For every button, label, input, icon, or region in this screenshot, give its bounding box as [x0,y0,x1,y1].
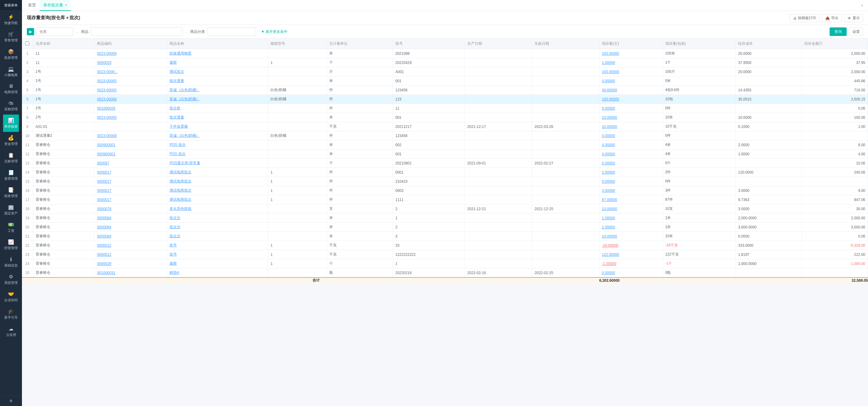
product-name-link[interactable]: POS 批次 [169,152,186,156]
product-name-link[interactable]: 批号 [169,243,177,247]
product-code-link[interactable]: 0000078 [97,207,111,211]
qty-main-link[interactable]: 87.00000 [602,198,617,202]
product-name-link[interactable]: 测试电商批次 [169,179,191,183]
qty-main-link[interactable]: 100.00000 [602,70,619,74]
sidebar-item-finance[interactable]: 💰资金管理 [3,132,19,149]
qty-main-link[interactable]: 10.00000 [602,234,617,238]
product-name-link[interactable]: 鲜肋A [169,270,179,275]
sidebar-item-quick-nav[interactable]: ⚡快捷导航 [3,11,19,28]
qty-main-link[interactable]: 49.60000 [602,88,617,92]
sidebar-item-basic-info[interactable]: ℹ基础信息 [3,253,19,271]
window-close-btn[interactable]: × [859,3,866,8]
qty-main-link[interactable]: 0.00000 [602,271,615,275]
product-code-link[interactable]: 0000012 [97,243,111,248]
product-name-link[interactable]: 批次次 [169,234,181,238]
qty-main-link[interactable]: 0.00000 [602,106,615,110]
display-btn[interactable]: 👁显示 [844,14,863,22]
product-name-link[interactable]: 测试电商批次 [169,188,191,193]
product-code-link[interactable]: 000097 [97,161,109,165]
product-code-link[interactable]: 0023-00008 [97,97,117,101]
sidebar-item-ecom[interactable]: 🖥电商管理 [3,80,19,98]
qty-main-link[interactable]: -16.00000 [602,243,618,248]
product-code-link[interactable]: 000900001 [97,143,115,147]
product-name-link[interactable]: 批次次 [169,225,181,229]
print-btn[interactable]: 🖨按模板打印 [789,14,819,22]
select-all-checkbox[interactable] [25,41,29,45]
qty-main-link[interactable]: 10.00000 [602,125,617,129]
qty-main-link[interactable]: 100.00000 [602,52,619,56]
product-name-link[interactable]: 软玻通用物置 [169,51,191,56]
expand-conditions[interactable]: ▼ 展开更多条件 [261,29,287,34]
product-input[interactable] [91,27,182,36]
sidebar-item-cloud[interactable]: ☁云应用 [3,323,19,340]
qty-main-link[interactable]: 100.00000 [602,97,619,101]
sidebar-item-fixed-assets[interactable]: 🏢固定资产 [3,201,19,219]
qty-main-link[interactable]: 1.00000 [602,216,615,220]
qty-main-link[interactable]: 4.00000 [602,152,615,156]
qty-main-link[interactable]: 4.00000 [602,143,615,147]
product-code-link[interactable]: 0023-00008 [97,134,117,138]
product-name-link[interactable]: 黛斯 [169,60,177,65]
sidebar-item-enterprise[interactable]: 🤝企业协同 [3,288,19,305]
product-code-link[interactable]: 0000029 [97,61,111,65]
qty-main-link[interactable]: -1.00000 [602,262,616,266]
qty-main-link[interactable]: 0.00000 [602,79,615,83]
export-btn[interactable]: 📤导出 [822,14,842,22]
search-btn[interactable]: 查询 [830,27,847,36]
product-code-link[interactable]: 0023-00005 [97,79,117,83]
qty-main-link[interactable]: 0.00000 [602,134,615,138]
qty-main-link[interactable]: 1.00000 [602,61,615,65]
product-code-link[interactable]: 001000031 [97,271,115,275]
product-name-link[interactable]: 测试电商批次 [169,170,191,174]
product-code-link[interactable]: 0000012 [97,252,111,257]
qty-main-link[interactable]: 10.00000 [602,115,617,120]
qty-main-link[interactable]: 2.00000 [602,170,615,174]
qty-main-link[interactable]: 0.00000 [602,161,615,165]
sidebar-item-invoice[interactable]: 🧾发票管理 [3,167,19,184]
product-code-link[interactable]: 0023-0000... [97,70,117,74]
sidebar-item-tax[interactable]: 📑税务管理 [3,184,19,201]
product-code-link[interactable]: 0000017 [97,179,111,184]
sidebar-item-newbie[interactable]: 🎓新手引导 [3,305,19,323]
product-name-link[interactable]: 批次次 [169,216,181,220]
sidebar-item-summary[interactable]: 📋总账管理 [3,149,19,167]
sidebar-item-business[interactable]: 📈经营管理 [3,236,19,253]
product-name-link[interactable]: 富诚（白色/奶橘） [169,133,200,138]
sidebar-settings[interactable]: ⚙ [0,396,22,406]
product-code-link[interactable]: 0000084 [97,216,111,220]
sidebar-search[interactable]: 搜索菜单 [0,0,22,11]
product-name-link[interactable]: 测试批次 [169,69,184,74]
product-name-link[interactable]: POS显示率/异常量 [169,161,200,165]
product-name-link[interactable]: 多头异色软线 [169,206,191,211]
tab-close-inventory-batch[interactable]: × [65,3,67,7]
qty-main-link[interactable]: 0.00000 [602,179,615,184]
sidebar-item-retail[interactable]: 🛒零售管理 [3,28,19,46]
product-code-link[interactable]: 0000084 [97,225,111,229]
sidebar-item-payroll[interactable]: 💵工资 [3,219,19,236]
qty-main-link[interactable]: 122.00000 [602,252,619,257]
product-name-link[interactable]: 批次透量 [169,115,184,120]
product-code-link[interactable]: 0000084 [97,234,111,238]
product-name-link[interactable]: POS 批次 [169,142,186,147]
sidebar-item-mini-ecom[interactable]: 💻小脑电商 [3,63,19,80]
product-code-link[interactable]: 0000017 [97,198,111,202]
sidebar-item-system[interactable]: ⚙系统管理 [3,271,19,288]
settings-btn[interactable]: 设置 [849,27,863,36]
product-code-link[interactable]: 001000026 [97,106,115,110]
qty-main-link[interactable]: 3.00000 [602,189,615,193]
product-code-link[interactable]: 0000017 [97,170,111,174]
warehouse-input[interactable] [37,27,73,36]
product-name-link[interactable]: 子件促票频 [169,124,188,129]
sidebar-item-wholesale[interactable]: 📦批发管理 [3,46,19,63]
filter-collapse-btn[interactable]: ▶ [27,28,34,35]
product-name-link[interactable]: 测试电商批次 [169,197,191,202]
product-code-link[interactable]: 0023-00005 [97,115,117,120]
product-code-link[interactable]: 0000017 [97,189,111,193]
product-code-link[interactable]: 0023-00009 [97,52,117,56]
product-name-link[interactable]: 批次框 [169,106,181,110]
product-name-link[interactable]: 批号 [169,252,177,257]
product-name-link[interactable]: 富诚（白色/奶橘） [169,97,200,101]
product-code-link[interactable]: 0000029 [97,262,111,266]
qty-main-link[interactable]: 10.00000 [602,207,617,211]
product-name-link[interactable]: 富诚（白色/奶橘） [169,88,200,92]
